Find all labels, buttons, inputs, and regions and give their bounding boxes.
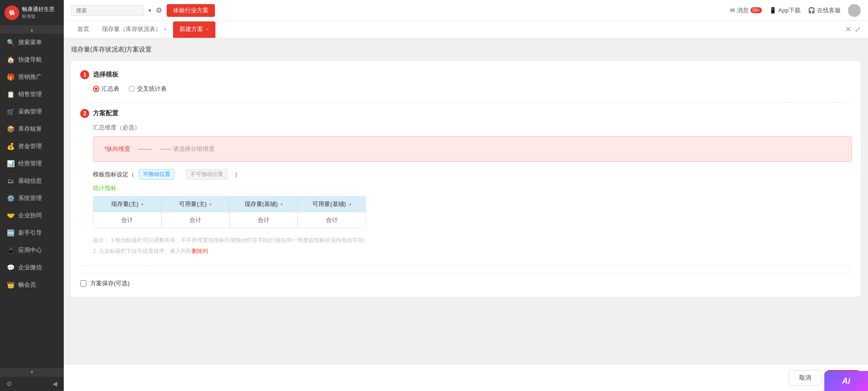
sidebar-item-sales-label: 销售管理: [18, 90, 42, 98]
sidebar-item-quick-nav[interactable]: 🏠 快捷导航: [0, 51, 64, 68]
save-row: 方案保存(可选): [80, 273, 852, 288]
sidebar-item-sales[interactable]: 📋 销售管理: [0, 86, 64, 103]
topbar-gear-icon[interactable]: ⚙: [156, 6, 162, 15]
step2-badge: 2: [80, 109, 89, 118]
stats-header-label-1: 可用量(主): [179, 200, 207, 208]
movable-tag: 可拖动位置: [139, 169, 174, 180]
app-download-label: App下载: [778, 6, 801, 15]
sidebar-scroll-down[interactable]: ▼: [0, 368, 64, 376]
stats-body-cell-1: 合计: [162, 212, 230, 228]
headset-icon: 🎧: [808, 7, 815, 14]
sidebar-item-marketing[interactable]: 🎁 营销推广: [0, 68, 64, 86]
home-icon: 🏠: [6, 56, 15, 64]
gift-icon: 🎁: [6, 73, 15, 81]
crown-icon: 👑: [6, 281, 15, 289]
sidebar-item-enterprise[interactable]: 🤝 企业协同: [0, 207, 64, 224]
topbar-right: ✉ 消息 99+ 📱 App下载 🎧 在线客服: [730, 4, 861, 17]
tab-home-label: 首页: [77, 25, 89, 33]
fixed-tag: 不可拖动位置: [186, 169, 227, 180]
sidebar-item-operations-label: 经营管理: [18, 159, 42, 168]
sidebar-item-inventory[interactable]: 📦 库存核算: [0, 120, 64, 138]
radio-cross-label: 交叉统计表: [137, 85, 167, 93]
tab-new-plan[interactable]: 新建方案 ×: [173, 21, 215, 38]
stats-header-dropdown-0[interactable]: ▾: [141, 202, 143, 207]
sidebar-item-system-label: 系统管理: [18, 194, 42, 202]
app-download-item[interactable]: 📱 App下载: [769, 6, 801, 15]
summary-dimension-label: 汇总维度（必选）: [93, 123, 852, 132]
stats-body-label-1: 合计: [189, 216, 201, 224]
sidebar-item-basic-info-label: 基础信息: [18, 177, 42, 185]
sidebar-item-vip[interactable]: 👑 畅会员: [0, 276, 64, 293]
sidebar-item-search[interactable]: 🔍 搜索菜单: [0, 34, 64, 51]
tab-collapse-icon[interactable]: ✕: [845, 25, 851, 34]
sidebar-scroll-up[interactable]: ▲: [0, 26, 64, 34]
sidebar-item-basic-info[interactable]: 🗂 基础信息: [0, 172, 64, 190]
radio-cross-circle: [128, 86, 135, 92]
stats-table: 现存量(主) ▾ 可用量(主) ▾ 现存量(基辅) ▾: [93, 196, 366, 228]
cancel-button[interactable]: 取消: [789, 370, 822, 386]
stats-body-label-0: 合计: [121, 216, 133, 224]
chart-icon: 📊: [6, 159, 15, 168]
stats-body-label-3: 合计: [326, 216, 338, 224]
user-avatar[interactable]: [848, 4, 861, 17]
stats-body-cell-2: 合计: [230, 212, 298, 228]
messages-item[interactable]: ✉ 消息 99+: [730, 6, 762, 15]
stats-header-label-2: 现存量(基辅): [245, 200, 278, 208]
settings-panel: 1 选择模板 汇总表 交叉统计表: [71, 61, 861, 297]
tab-home[interactable]: 首页: [71, 21, 96, 38]
phone-icon: 📱: [6, 246, 15, 254]
sidebar-logo: 畅 畅康通好生意 标准版: [0, 0, 64, 26]
ai-badge[interactable]: Ai: [824, 371, 868, 391]
sidebar-item-system[interactable]: ⚙️ 系统管理: [0, 190, 64, 207]
sidebar-item-wechat-label: 企业微信: [18, 263, 42, 272]
stats-header-dropdown-3[interactable]: ▾: [349, 202, 351, 207]
stats-header-label-3: 可用量(基辅): [312, 200, 346, 208]
stats-header-cell-2: 现存量(基辅) ▾: [230, 196, 298, 212]
app-download-icon: 📱: [769, 7, 776, 14]
sidebar-item-purchase[interactable]: 🛒 采购管理: [0, 103, 64, 120]
tab-new-plan-close-icon[interactable]: ×: [206, 26, 209, 32]
online-service-item[interactable]: 🎧 在线客服: [808, 6, 841, 15]
indicators-label: 模板指标设定（ 可拖动位置 不可拖动位置 ）: [93, 169, 852, 180]
settings-icon[interactable]: ⚙: [6, 380, 12, 387]
sidebar-item-operations[interactable]: 📊 经营管理: [0, 155, 64, 172]
sidebar-item-search-label: 搜索菜单: [18, 38, 42, 46]
stats-header-dropdown-2[interactable]: ▾: [281, 202, 283, 207]
sidebar-item-new-guide[interactable]: 🆕 新手引导: [0, 224, 64, 242]
step2-content: 汇总维度（必选） *纵向维度 —— —— 请选择分组维度 模板指标设定（ 可拖动…: [93, 123, 852, 257]
sidebar-item-wechat[interactable]: 💬 企业微信: [0, 259, 64, 276]
topbar-dropdown-arrow[interactable]: ▾: [148, 7, 151, 14]
tabs-bar: 首页 现存量（库存状况表） × 新建方案 × ✕ ⤢: [64, 21, 868, 38]
tab-new-plan-label: 新建方案: [179, 25, 203, 33]
sidebar-item-finance[interactable]: 💰 资金管理: [0, 138, 64, 155]
stats-body-label-2: 合计: [258, 216, 270, 224]
stats-header-cell-3: 可用量(基辅) ▾: [298, 196, 366, 212]
tip-2-highlight: 删除列: [192, 248, 208, 254]
save-checkbox[interactable]: [80, 280, 87, 287]
dimension-arrow-icon: ——: [138, 145, 152, 153]
tab-inventory-close-icon[interactable]: ×: [164, 26, 167, 32]
radio-cross[interactable]: 交叉统计表: [128, 85, 167, 93]
sidebar-item-inventory-label: 库存核算: [18, 125, 42, 133]
stats-header-dropdown-1[interactable]: ▾: [209, 202, 212, 207]
save-label: 方案保存(可选): [90, 279, 130, 288]
tip-2: 2. 点击标题栏下拉可设置排序、插入列和删除列: [93, 246, 852, 257]
dimension-box: *纵向维度 —— —— 请选择分组维度: [93, 136, 852, 162]
topbar-search-input[interactable]: [71, 5, 144, 16]
tab-expand-icon[interactable]: ⤢: [855, 25, 861, 34]
tab-inventory-status-label: 现存量（库存状况表）: [102, 25, 161, 33]
message-icon: ✉: [730, 7, 735, 14]
industry-btn[interactable]: 体验行业方案: [167, 4, 215, 17]
stats-body-cell-3: 合计: [298, 212, 366, 228]
sidebar-item-app-center[interactable]: 📱 应用中心: [0, 242, 64, 259]
handshake-icon: 🤝: [6, 211, 15, 220]
step-divider: [80, 102, 852, 103]
tip-1: 提示： 1.拖动标题栏可以调整布局，不可跨维度或指标区域拖动栏目字段(只能在同一…: [93, 235, 852, 246]
tab-inventory-status[interactable]: 现存量（库存状况表） ×: [96, 21, 173, 38]
template-radio-group: 汇总表 交叉统计表: [93, 85, 852, 93]
collapse-sidebar-icon[interactable]: ◀: [52, 380, 57, 387]
radio-summary[interactable]: 汇总表: [93, 85, 119, 93]
online-service-label: 在线客服: [817, 6, 841, 15]
step1-header: 1 选择模板: [80, 70, 852, 79]
sidebar-item-marketing-label: 营销推广: [18, 73, 42, 81]
